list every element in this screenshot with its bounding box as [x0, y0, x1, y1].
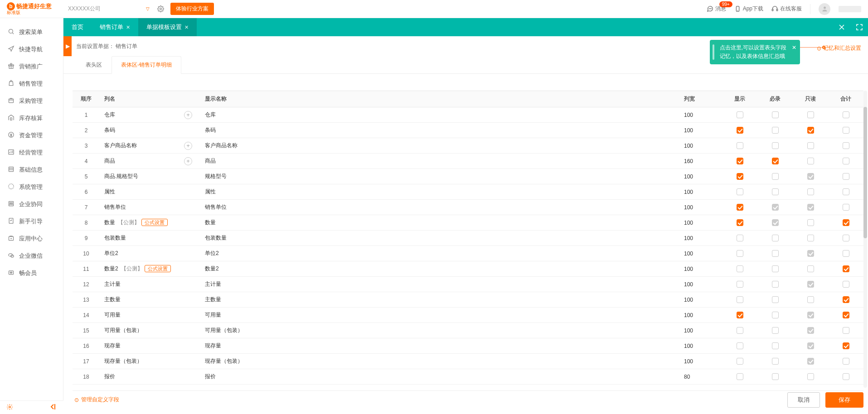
col-display[interactable]: 包装数量 [199, 234, 681, 242]
required-checkbox[interactable] [772, 235, 779, 241]
required-checkbox[interactable] [772, 111, 779, 118]
col-width[interactable]: 160 [681, 158, 722, 164]
fullscreen-icon[interactable] [851, 24, 868, 30]
show-checkbox[interactable] [737, 312, 743, 318]
show-checkbox[interactable] [737, 204, 743, 211]
show-checkbox[interactable] [737, 219, 743, 226]
readonly-checkbox[interactable] [807, 173, 814, 180]
readonly-checkbox[interactable] [807, 158, 814, 164]
add-column-icon[interactable]: + [184, 142, 192, 150]
col-width[interactable]: 100 [681, 189, 722, 195]
col-display[interactable]: 规格型号 [199, 173, 681, 180]
page-tab[interactable]: 单据模板设置✕ [138, 18, 197, 36]
company-selector[interactable]: XXXXXX公司 ▽ [63, 3, 154, 15]
sidebar-item-vip[interactable]: 畅会员 [0, 265, 63, 282]
sidebar-item-wechat[interactable]: 企业微信 [0, 247, 63, 265]
readonly-checkbox[interactable] [807, 235, 814, 241]
cancel-button[interactable]: 取消 [787, 392, 820, 408]
col-display[interactable]: 可用量（包装） [199, 327, 681, 334]
total-checkbox[interactable] [843, 327, 849, 334]
required-checkbox[interactable] [772, 250, 779, 257]
total-checkbox[interactable] [843, 265, 849, 272]
scrollbar-thumb[interactable] [863, 107, 867, 238]
col-display[interactable]: 条码 [199, 126, 681, 134]
show-checkbox[interactable] [737, 281, 743, 288]
col-display[interactable]: 数量2 [199, 265, 681, 273]
col-width[interactable]: 100 [681, 173, 722, 180]
sidebar-item-sys[interactable]: 系统管理 [0, 178, 63, 196]
show-checkbox[interactable] [737, 235, 743, 241]
readonly-checkbox[interactable] [807, 188, 814, 195]
gear-icon[interactable] [6, 404, 13, 412]
total-checkbox[interactable] [843, 204, 849, 211]
sidebar-item-guide[interactable]: 新手引导 [0, 213, 63, 230]
sidebar-item-money[interactable]: 资金管理 [0, 127, 63, 144]
col-display[interactable]: 商品 [199, 157, 681, 165]
show-checkbox[interactable] [737, 373, 743, 380]
col-display[interactable]: 主数量 [199, 296, 681, 303]
total-checkbox[interactable] [843, 312, 849, 318]
required-checkbox[interactable] [772, 127, 779, 134]
collapse-sidebar-icon[interactable] [50, 404, 57, 411]
sidebar-item-team[interactable]: 企业协同 [0, 196, 63, 213]
col-display[interactable]: 现存量（包装） [199, 357, 681, 365]
total-checkbox[interactable] [843, 127, 849, 134]
readonly-checkbox[interactable] [807, 281, 814, 288]
formula-settings-button[interactable]: 公式设置 [145, 265, 171, 272]
total-checkbox[interactable] [843, 373, 849, 380]
sidebar-item-stock[interactable]: 库存核算 [0, 110, 63, 127]
total-checkbox[interactable] [843, 342, 849, 349]
show-checkbox[interactable] [737, 296, 743, 303]
col-width[interactable]: 100 [681, 112, 722, 118]
add-column-icon[interactable]: + [184, 157, 192, 165]
required-checkbox[interactable] [772, 142, 779, 149]
readonly-checkbox[interactable] [807, 373, 814, 380]
total-checkbox[interactable] [843, 296, 849, 303]
col-width[interactable]: 100 [681, 297, 722, 303]
readonly-checkbox[interactable] [807, 219, 814, 226]
required-checkbox[interactable] [772, 158, 779, 164]
show-checkbox[interactable] [737, 265, 743, 272]
col-display[interactable]: 仓库 [199, 111, 681, 119]
show-checkbox[interactable] [737, 250, 743, 257]
readonly-checkbox[interactable] [807, 250, 814, 257]
sidebar-item-search[interactable]: 搜索菜单 [0, 24, 63, 41]
col-width[interactable]: 100 [681, 281, 722, 288]
sub-tab[interactable]: 表体区-销售订单明细 [112, 56, 181, 74]
required-checkbox[interactable] [772, 373, 779, 380]
show-checkbox[interactable] [737, 158, 743, 164]
page-tab[interactable]: 销售订单✕ [92, 18, 138, 36]
col-width[interactable]: 100 [681, 266, 722, 272]
avatar-icon[interactable] [819, 3, 830, 15]
total-checkbox[interactable] [843, 173, 849, 180]
col-width[interactable]: 100 [681, 204, 722, 211]
required-checkbox[interactable] [772, 327, 779, 334]
required-checkbox[interactable] [772, 204, 779, 211]
sidebar-item-apps[interactable]: 应用中心 [0, 230, 63, 247]
close-tooltip-icon[interactable]: ✕ [792, 43, 796, 52]
col-display[interactable]: 数量 [199, 219, 681, 226]
sidebar-item-gift[interactable]: 营销推广 [0, 58, 63, 75]
total-checkbox[interactable] [843, 281, 849, 288]
collapse-context-icon[interactable]: ▶ [63, 36, 72, 56]
sidebar-item-biz[interactable]: 经营管理 [0, 144, 63, 161]
show-checkbox[interactable] [737, 342, 743, 349]
experience-plan-button[interactable]: 体验行业方案 [170, 3, 214, 15]
required-checkbox[interactable] [772, 281, 779, 288]
readonly-checkbox[interactable] [807, 342, 814, 349]
readonly-checkbox[interactable] [807, 327, 814, 334]
readonly-checkbox[interactable] [807, 312, 814, 318]
settings-gear-icon[interactable] [154, 3, 167, 15]
show-checkbox[interactable] [737, 111, 743, 118]
show-checkbox[interactable] [737, 188, 743, 195]
col-display[interactable]: 主计量 [199, 280, 681, 288]
close-all-tabs-icon[interactable] [833, 24, 850, 30]
total-checkbox[interactable] [843, 235, 849, 241]
col-display[interactable]: 客户商品名称 [199, 142, 681, 149]
col-width[interactable]: 100 [681, 220, 722, 226]
show-checkbox[interactable] [737, 142, 743, 149]
page-tab[interactable]: 首页 [63, 18, 92, 36]
col-width[interactable]: 100 [681, 327, 722, 334]
total-checkbox[interactable] [843, 219, 849, 226]
close-tab-icon[interactable]: ✕ [126, 24, 130, 30]
